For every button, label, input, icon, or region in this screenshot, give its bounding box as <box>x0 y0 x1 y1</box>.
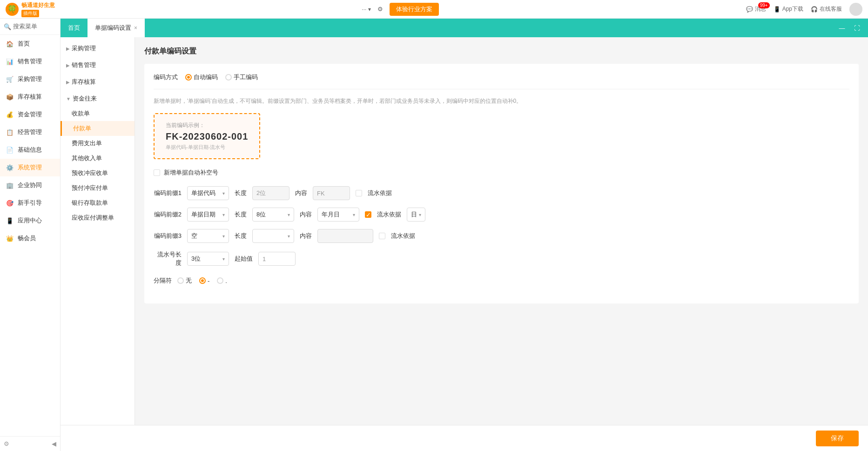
info-text: 新增单据时，'单据编码'自动生成，不可编辑。前缀设置为部门、业务员等档案类，开单… <box>154 97 849 106</box>
appcenter-icon: 📱 <box>6 216 14 225</box>
prefix2-select[interactable]: 单据日期 <box>187 208 229 222</box>
sidebar-item-operations[interactable]: 📋 经营管理 <box>0 123 60 141</box>
sidebar-item-system[interactable]: ⚙️ 系统管理 <box>0 159 60 176</box>
prefix1-length-input: 2位 <box>252 186 289 200</box>
tab-encode-settings[interactable]: 单据编码设置 × <box>87 19 145 37</box>
nav-item-prepay-pay[interactable]: 预付冲应付单 <box>61 181 135 195</box>
system-icon: ⚙️ <box>6 163 14 172</box>
main-layout: 🔍 搜索菜单 🏠 首页 📊 销售管理 🛒 采购管理 📦 库存核算 💰 <box>0 19 868 451</box>
prefix1-content-label: 内容 <box>295 189 307 197</box>
tab-home[interactable]: 首页 <box>61 19 87 37</box>
start-value-input[interactable]: 1 <box>258 252 296 266</box>
sidebar-collapse-icon[interactable]: ◀ <box>52 440 56 447</box>
encode-type-label: 编码方式 <box>154 73 178 81</box>
expand-arrow-icon: ▼ <box>66 96 71 101</box>
nav-item-other-income[interactable]: 其他收入单 <box>61 151 135 166</box>
top-bar-right: 💬 消息 99+ 📱 App下载 🎧 在线客服 <box>746 3 862 16</box>
manual-encode-radio[interactable]: 手工编码 <box>225 73 258 81</box>
preview-box: 当前编码示例： FK-20230602-001 单据代码-单据日期-流水号 <box>154 113 260 159</box>
save-button[interactable]: 保存 <box>816 431 859 446</box>
sidebar-settings-icon[interactable]: ⚙ <box>4 440 9 447</box>
nav-group-sales-title[interactable]: ▶ 销售管理 <box>61 58 135 73</box>
auto-fill-checkbox[interactable] <box>154 169 160 176</box>
tab-maximize-icon[interactable]: ⛶ <box>851 22 862 34</box>
nav-group-inventory-title[interactable]: ▶ 库存核算 <box>61 74 135 89</box>
manual-encode-radio-circle <box>225 74 232 81</box>
nav-group-purchase-title[interactable]: ▶ 采购管理 <box>61 41 135 56</box>
app-download-item[interactable]: 📱 App下载 <box>774 5 803 13</box>
prefix3-length-select[interactable] <box>252 229 294 243</box>
arrow-icon: ▶ <box>66 80 70 85</box>
nav-item-bank-deposit[interactable]: 银行存取款单 <box>61 195 135 210</box>
encode-type-row: 编码方式 自动编码 手工编码 <box>154 73 849 89</box>
tab-minimize-icon[interactable]: — <box>836 22 848 34</box>
prefix3-serial-checkbox[interactable] <box>379 233 385 239</box>
page-title: 付款单编码设置 <box>144 47 859 56</box>
prefix1-select[interactable]: 单据代码 <box>187 186 229 200</box>
prefix2-serial-checkbox[interactable]: ✓ <box>365 211 371 218</box>
auto-encode-radio[interactable]: 自动编码 <box>185 73 218 81</box>
prefix2-day-select[interactable]: 日 <box>407 208 425 222</box>
operations-icon: 📋 <box>6 128 14 136</box>
auto-fill-row: 新增单据自动补空号 <box>154 168 849 177</box>
nav-group-inventory: ▶ 库存核算 <box>61 74 135 89</box>
nav-item-receipt[interactable]: 收款单 <box>61 106 135 121</box>
nav-item-payment[interactable]: 付款单 <box>61 121 135 136</box>
prefix2-chevron-icon <box>222 212 225 217</box>
prefix1-length-label: 长度 <box>235 189 247 197</box>
arrow-icon: ▶ <box>66 46 70 51</box>
sidebar-item-finance[interactable]: 💰 资金管理 <box>0 106 60 123</box>
sidebar-bottom: ⚙ ◀ <box>0 436 60 451</box>
sidebar-item-inventory[interactable]: 📦 库存核算 <box>0 88 60 106</box>
user-avatar[interactable] <box>849 3 862 16</box>
settings-icon[interactable]: ⚙ <box>375 4 386 15</box>
prefix3-select[interactable]: 空 <box>187 229 229 243</box>
sidebar-item-enterprise[interactable]: 🏢 企业协同 <box>0 176 60 194</box>
message-item[interactable]: 💬 消息 99+ <box>746 5 766 13</box>
sidebar-search[interactable]: 🔍 搜索菜单 <box>0 19 60 35</box>
auto-fill-label: 新增单据自动补空号 <box>164 168 218 177</box>
sidebar-item-appcenter[interactable]: 📱 应用中心 <box>0 212 60 229</box>
prefix1-content-input: FK <box>313 186 350 200</box>
auto-encode-radio-circle <box>185 74 192 81</box>
logo-text: 畅通道好生意 插件版 <box>21 1 55 17</box>
tab-bar: 首页 单据编码设置 × — ⛶ <box>61 19 868 37</box>
content-area: 首页 单据编码设置 × — ⛶ ▶ 采购管理 <box>61 19 868 451</box>
prefix1-label: 编码前缀1 <box>154 189 182 197</box>
nav-item-expense[interactable]: 费用支出单 <box>61 136 135 151</box>
trial-button[interactable]: 体验行业方案 <box>390 3 439 16</box>
start-value-label: 起始值 <box>235 255 253 263</box>
nav-group-capital-title[interactable]: ▼ 资金往来 <box>61 91 135 106</box>
day-chevron-icon <box>419 212 421 217</box>
nav-item-ar-ap-adj[interactable]: 应收应付调整单 <box>61 210 135 225</box>
sidebar-item-home[interactable]: 🏠 首页 <box>0 35 60 53</box>
encode-type-radio-group: 自动编码 手工编码 <box>185 73 258 81</box>
sidebar-item-newguide[interactable]: 🎯 新手引导 <box>0 194 60 212</box>
sidebar-item-sales[interactable]: 📊 销售管理 <box>0 53 60 70</box>
service-icon: 🎧 <box>811 6 818 13</box>
prefix2-length-select[interactable]: 8位 <box>252 208 294 222</box>
nav-dropdown[interactable]: ··· <box>362 6 371 13</box>
prefix2-content-select[interactable]: 年月日 <box>317 208 359 222</box>
tab-close-icon[interactable]: × <box>134 25 137 31</box>
prefix3-content-input <box>317 229 373 243</box>
separator-dot-radio[interactable]: . <box>217 277 227 284</box>
left-nav-panel: ▶ 采购管理 ▶ 销售管理 ▶ 库存核算 <box>61 37 135 425</box>
prefix1-serial-checkbox[interactable] <box>356 190 362 196</box>
online-service-item[interactable]: 🎧 在线客服 <box>811 5 842 13</box>
sidebar-item-purchase[interactable]: 🛒 采购管理 <box>0 70 60 88</box>
separator-none-radio[interactable]: 无 <box>177 276 192 285</box>
serial-length-select[interactable]: 3位 <box>187 252 229 266</box>
nav-item-prepay-recv[interactable]: 预收冲应收单 <box>61 166 135 181</box>
prefix2-content-chevron-icon <box>353 212 355 217</box>
prefix1-chevron-icon <box>222 191 225 196</box>
message-icon: 💬 <box>746 6 753 13</box>
sidebar-item-base[interactable]: 📄 基础信息 <box>0 141 60 159</box>
top-bar: 🍀 畅通道好生意 插件版 ··· ⚙ 体验行业方案 💬 消息 99+ 📱 App… <box>0 0 868 19</box>
top-bar-center: ··· ⚙ 体验行业方案 <box>362 3 439 16</box>
sidebar-item-member[interactable]: 👑 畅会员 <box>0 229 60 247</box>
separator-dash-radio[interactable]: - <box>199 277 209 284</box>
logo-area: 🍀 畅通道好生意 插件版 <box>6 1 55 17</box>
main-content: 付款单编码设置 编码方式 自动编码 手工编码 <box>135 37 868 425</box>
separator-radio-group: 无 - . <box>177 276 227 285</box>
